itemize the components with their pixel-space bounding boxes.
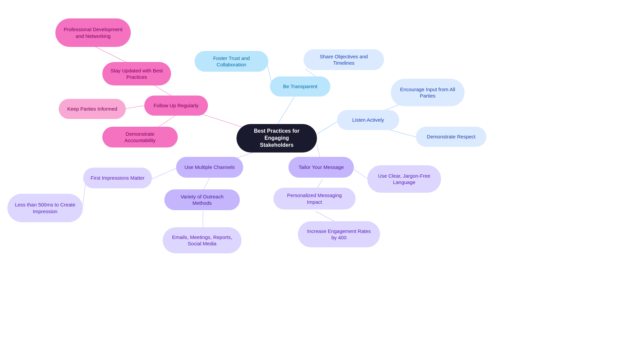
node-be-transparent: Be Transparent bbox=[270, 76, 330, 97]
node-emails-meetings: Emails, Meetings, Reports, Social Media bbox=[163, 227, 241, 253]
node-follow-up: Follow Up Regularly bbox=[144, 96, 208, 116]
node-use-multiple-channels: Use Multiple Channels bbox=[176, 157, 243, 178]
node-foster-trust: Foster Trust and Collaboration bbox=[195, 51, 268, 72]
node-encourage-input: Encourage Input from All Parties bbox=[391, 79, 465, 106]
node-demonstrate-respect: Demonstrate Respect bbox=[416, 127, 486, 147]
node-listen-actively: Listen Actively bbox=[337, 110, 399, 130]
node-stay-updated: Stay Updated with Best Practices bbox=[102, 62, 171, 85]
svg-line-8 bbox=[317, 121, 339, 134]
node-tailor-message: Tailor Your Message bbox=[288, 157, 354, 178]
node-variety-outreach: Variety of Outreach Methods bbox=[164, 189, 240, 210]
center-node: Best Practices for Engaging Stakeholders bbox=[236, 124, 317, 153]
node-professional-dev: Professional Development and Networking bbox=[55, 18, 131, 47]
node-share-objectives: Share Objectives and Timelines bbox=[304, 49, 384, 70]
node-first-impressions: First Impressions Matter bbox=[83, 168, 152, 188]
svg-line-12 bbox=[203, 178, 210, 191]
node-increase-engagement: Increase Engagement Rates by 400 bbox=[298, 221, 380, 247]
svg-line-3 bbox=[124, 106, 144, 109]
node-personalized-messaging: Personalized Messaging Impact bbox=[273, 188, 356, 209]
node-less-than-500ms: Less than 500ms to Create Impression bbox=[7, 194, 83, 222]
node-demonstrate-accountability: Demonstrate Accountability bbox=[102, 127, 178, 147]
node-keep-parties: Keep Parties Informed bbox=[59, 99, 126, 119]
mindmap-container: Best Practices for Engaging Stakeholders… bbox=[0, 0, 644, 363]
svg-line-14 bbox=[151, 168, 178, 179]
node-use-clear-language: Use Clear, Jargon-Free Language bbox=[367, 165, 441, 193]
